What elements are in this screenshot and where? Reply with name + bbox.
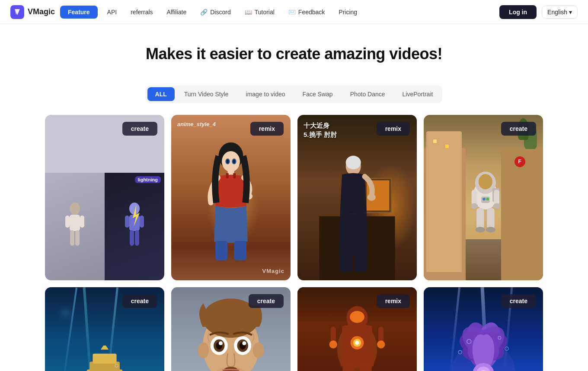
- tab-photo-dance[interactable]: Photo Dance: [342, 87, 393, 101]
- feature-button[interactable]: Feature: [60, 6, 98, 19]
- card-7-remix-button[interactable]: remix: [377, 294, 410, 308]
- hero-headline: Makes it easier to create amazing videos…: [10, 45, 578, 63]
- mail-icon: ✉️: [288, 9, 296, 16]
- lightning-label: lightning: [135, 176, 161, 183]
- card-6-create-button[interactable]: create: [249, 294, 284, 308]
- tab-image-to-video[interactable]: image to video: [238, 87, 293, 101]
- svg-point-37: [479, 174, 492, 189]
- card-3-title: 十大近身 5.挑手 肘肘: [304, 121, 337, 139]
- svg-point-81: [242, 342, 246, 346]
- filter-tabs: ALL Turn Video Style image to video Face…: [146, 86, 443, 103]
- svg-point-92: [329, 340, 337, 348]
- svg-rect-40: [494, 190, 499, 205]
- card-5[interactable]: create: [45, 287, 164, 371]
- svg-rect-18: [226, 173, 229, 178]
- svg-point-31: [346, 155, 361, 169]
- feedback-link[interactable]: ✉️ Feedback: [282, 6, 331, 19]
- svg-rect-13: [135, 230, 139, 246]
- svg-rect-43: [476, 208, 484, 228]
- svg-point-89: [350, 311, 364, 323]
- card-2[interactable]: anime_style_4: [171, 115, 291, 280]
- svg-point-93: [377, 340, 385, 348]
- anime-style-label: anime_style_4: [177, 121, 216, 127]
- referrals-link[interactable]: referrals: [125, 6, 159, 19]
- astronaut-figure: [465, 160, 507, 251]
- svg-rect-7: [75, 230, 80, 246]
- underwater-scene: [45, 346, 164, 371]
- svg-rect-19: [233, 173, 236, 178]
- svg-point-16: [222, 151, 240, 172]
- purple-flower: [439, 316, 528, 371]
- svg-rect-4: [65, 216, 70, 228]
- tutorial-link[interactable]: 📖 Tutorial: [239, 6, 281, 19]
- discord-link[interactable]: 🔗 Discord: [194, 6, 236, 19]
- svg-rect-54: [93, 353, 116, 363]
- anime-figure: [192, 138, 269, 267]
- card-6[interactable]: create: [171, 287, 291, 371]
- card-3-remix-button[interactable]: remix: [377, 122, 410, 136]
- svg-rect-10: [125, 216, 129, 228]
- tab-liveportrait[interactable]: LivePortrait: [395, 87, 441, 101]
- card-8[interactable]: create: [424, 287, 543, 371]
- affiliate-link[interactable]: Affiliate: [161, 6, 193, 19]
- tab-turn-video-style[interactable]: Turn Video Style: [176, 87, 236, 101]
- logo-icon: [10, 5, 24, 19]
- svg-rect-95: [360, 365, 372, 371]
- card-2-remix-button[interactable]: remix: [250, 122, 284, 136]
- hero-section: Makes it easier to create amazing videos…: [0, 24, 588, 73]
- svg-point-46: [486, 227, 496, 232]
- card-5-create-button[interactable]: create: [122, 294, 157, 308]
- svg-rect-33: [340, 253, 353, 272]
- book-icon: 📖: [245, 9, 252, 16]
- language-selector[interactable]: English ▾: [542, 6, 578, 19]
- svg-rect-12: [130, 230, 134, 246]
- svg-point-113: [505, 347, 508, 350]
- brand-name: VMagic: [28, 7, 55, 16]
- card-1[interactable]: lightning create: [45, 115, 164, 280]
- discord-icon: 🔗: [200, 9, 208, 16]
- svg-rect-94: [342, 365, 355, 371]
- brand-logo[interactable]: VMagic: [10, 5, 55, 19]
- svg-rect-11: [140, 216, 144, 228]
- svg-marker-55: [101, 346, 109, 350]
- card-1-create-button[interactable]: create: [122, 122, 157, 136]
- card-grid: lightning create: [35, 115, 553, 371]
- svg-rect-6: [70, 230, 74, 246]
- pricing-link[interactable]: Pricing: [332, 6, 363, 19]
- svg-rect-5: [80, 216, 84, 228]
- ironman-figure: [315, 300, 399, 371]
- svg-point-26: [233, 160, 235, 164]
- svg-point-80: [219, 342, 223, 346]
- api-link[interactable]: API: [101, 6, 123, 19]
- svg-point-49: [486, 197, 489, 200]
- svg-point-87: [355, 341, 359, 345]
- svg-rect-34: [354, 253, 367, 272]
- svg-point-45: [475, 227, 485, 232]
- tab-all[interactable]: ALL: [147, 87, 175, 101]
- card-3[interactable]: 十大近身 5.挑手 肘肘 remix: [297, 115, 417, 280]
- card-1-after-image: lightning: [105, 173, 164, 280]
- svg-point-48: [483, 197, 485, 200]
- svg-point-25: [227, 160, 229, 164]
- login-button[interactable]: Log in: [499, 5, 537, 19]
- navbar: VMagic Feature API referrals Affiliate 🔗…: [0, 0, 588, 24]
- card-4-create-button[interactable]: create: [501, 122, 536, 136]
- tab-face-swap[interactable]: Face Swap: [295, 87, 341, 101]
- svg-point-32: [368, 194, 376, 201]
- svg-point-73: [253, 342, 264, 358]
- svg-point-42: [493, 203, 500, 209]
- svg-point-72: [198, 342, 209, 358]
- svg-point-41: [471, 203, 478, 209]
- chevron-down-icon: ▾: [569, 9, 572, 16]
- svg-point-2: [70, 203, 80, 215]
- card-8-create-button[interactable]: create: [501, 294, 536, 308]
- card-1-before-image: [45, 173, 105, 280]
- martial-figure: [310, 148, 405, 281]
- card-7[interactable]: remix: [297, 287, 417, 371]
- svg-rect-21: [234, 241, 246, 260]
- language-label: English: [547, 9, 567, 16]
- card-4[interactable]: F: [424, 115, 543, 280]
- svg-rect-44: [487, 208, 495, 228]
- vmagic-watermark: VMagic: [262, 268, 284, 274]
- svg-rect-20: [215, 241, 227, 260]
